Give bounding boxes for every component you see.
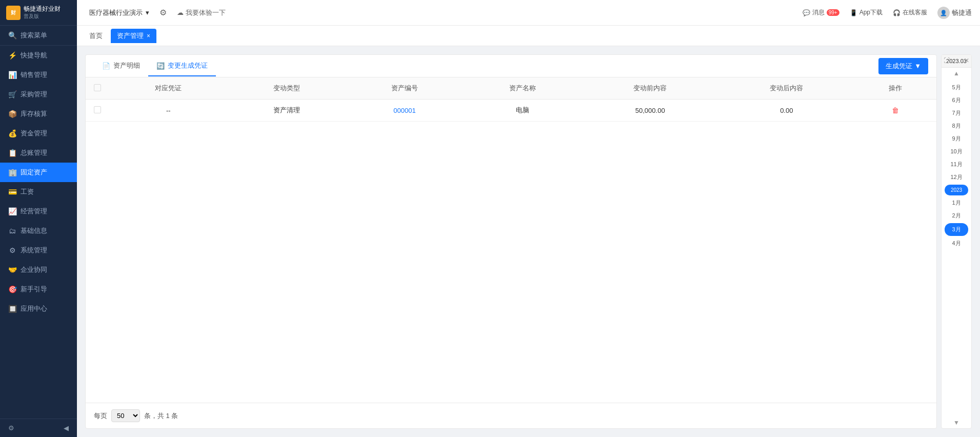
sidebar-bottom: ⚙ ◀ [0,419,77,437]
timeline-close-btn[interactable]: ✕ [964,57,969,64]
tab-close-btn[interactable]: × [147,32,150,39]
per-page-label: 每页 [94,411,107,421]
tab-bar: 首页 资产管理 × [77,26,980,46]
sub-tab-label: 变更生成凭证 [168,61,208,70]
timeline-item-2m[interactable]: 2月 [942,209,971,222]
timeline-item-9m[interactable]: 9月 [942,132,971,145]
sidebar-item-corp[interactable]: 🤝 企业协同 [0,260,77,280]
sidebar-item-finance[interactable]: 💰 资金管理 [0,124,77,143]
generate-voucher-button[interactable]: 生成凭证 ▼ [878,58,928,74]
sidebar-item-guide[interactable]: 🎯 新手引导 [0,280,77,299]
timeline-item-11m[interactable]: 11月 [942,158,971,171]
sidebar: 财 畅捷通好业财 普及版 🔍 搜索菜单 ⚡ 快捷导航 📊 销售管理 🛒 采购管理… [0,0,77,437]
tab-active-label: 资产管理 [117,31,144,41]
sidebar-item-search[interactable]: 🔍 搜索菜单 [0,26,77,46]
sidebar-item-label: 销售管理 [21,70,47,80]
inventory-icon: 📦 [8,110,16,118]
sidebar-item-label: 工资 [21,187,34,196]
timeline-down-btn[interactable]: ▼ [942,417,971,428]
row-before: 50,000.00 [582,100,718,122]
timeline-panel: 2023.03 ✕ ⛶ ▲ 5月 6月 7月 8月 9月 10月 11月 12月… [941,54,972,429]
timeline-up-btn[interactable]: ▲ [942,68,971,79]
tab-home[interactable]: 首页 [85,29,107,43]
sidebar-item-appstore[interactable]: 🔲 应用中心 [0,299,77,319]
sidebar-item-label: 系统管理 [21,246,47,255]
message-badge: 99+ [827,9,839,16]
finance-icon: 💰 [8,129,16,137]
sidebar-item-system[interactable]: ⚙ 系统管理 [0,241,77,260]
user-btn[interactable]: 👤 畅捷通 [937,7,972,19]
sub-tabs: 📄 资产明细 🔄 变更生成凭证 生成凭证 ▼ [86,55,936,77]
sidebar-item-ops[interactable]: 📈 经营管理 [0,202,77,221]
per-page-select[interactable]: 10 20 50 100 [111,409,140,422]
col-asset-name: 资产名称 [464,77,582,100]
col-after: 变动后内容 [718,77,855,100]
timeline-item-1m[interactable]: 1月 [942,196,971,209]
dropdown-icon: ▾ [146,9,149,16]
app-edition: 普及版 [24,13,61,20]
experience-btn[interactable]: ☁ 我要体验一下 [177,8,226,17]
header-right: 💬 消息 99+ 📱 App下载 🎧 在线客服 👤 畅捷通 [803,7,972,19]
company-name: 医疗器械行业演示 [89,8,143,17]
app-download-btn[interactable]: 📱 App下载 [850,8,883,17]
row-voucher: -- [109,100,227,122]
sidebar-item-quicknav[interactable]: ⚡ 快捷导航 [0,46,77,65]
col-checkbox [86,77,109,100]
col-change-type: 变动类型 [227,77,345,100]
generate-dropdown-icon: ▼ [914,62,921,70]
row-checkbox[interactable] [94,106,101,113]
sidebar-item-purchase[interactable]: 🛒 采购管理 [0,85,77,104]
sub-tab-voucher-gen[interactable]: 🔄 变更生成凭证 [148,56,216,76]
sidebar-item-label: 应用中心 [21,304,47,313]
sidebar-item-label: 资金管理 [21,129,47,138]
logo-text-block: 畅捷通好业财 普及版 [24,5,61,21]
sidebar-logo: 财 畅捷通好业财 普及版 [0,0,77,26]
company-selector[interactable]: 医疗器械行业演示 ▾ [85,6,153,19]
generate-label: 生成凭证 [886,62,912,71]
sidebar-item-label: 总账管理 [21,148,47,157]
timeline-expand-btn[interactable]: ⛶ [944,57,950,64]
collapse-icon[interactable]: ◀ [64,424,69,432]
top-header: 医疗器械行业演示 ▾ ⚙ ☁ 我要体验一下 💬 消息 99+ 📱 App下载 🎧… [77,0,980,26]
row-asset-no: 000001 [346,100,464,122]
timeline-item-6m[interactable]: 6月 [942,94,971,107]
settings-icon[interactable]: ⚙ [8,424,14,432]
online-service-btn[interactable]: 🎧 在线客服 [893,8,927,17]
asset-table: 对应凭证 变动类型 资产编号 资产名称 变动前内容 变动后内容 操作 [86,77,936,122]
tab-asset-management[interactable]: 资产管理 × [111,29,156,43]
sidebar-item-fixed-assets[interactable]: 🏢 固定资产 [0,163,77,182]
corp-icon: 🤝 [8,266,16,274]
timeline-item-10m[interactable]: 10月 [942,145,971,158]
header-checkbox[interactable] [94,84,101,91]
total-label: 条，共 1 条 [144,411,178,421]
sidebar-item-ledger[interactable]: 📋 总账管理 [0,143,77,163]
sidebar-item-label: 企业协同 [21,265,47,274]
sub-tab-asset-list[interactable]: 📄 资产明细 [94,56,148,76]
table-header-row: 对应凭证 变动类型 资产编号 资产名称 变动前内容 变动后内容 操作 [86,77,936,100]
sidebar-item-salary[interactable]: 💳 工资 [0,182,77,202]
timeline-item-4m[interactable]: 4月 [942,237,971,250]
delete-row-button[interactable]: 🗑 [892,106,899,114]
timeline-item-7m[interactable]: 7月 [942,107,971,120]
settings-gear-icon[interactable]: ⚙ [159,8,167,17]
sidebar-item-inventory[interactable]: 📦 库存核算 [0,104,77,124]
table-container: 对应凭证 变动类型 资产编号 资产名称 变动前内容 变动后内容 操作 [86,77,936,403]
timeline-item-12m[interactable]: 12月 [942,171,971,184]
sidebar-item-sales[interactable]: 📊 销售管理 [0,65,77,85]
col-voucher: 对应凭证 [109,77,227,100]
timeline-item-8m[interactable]: 8月 [942,120,971,132]
sidebar-item-label: 新手引导 [21,285,47,294]
sidebar-item-basic[interactable]: 🗂 基础信息 [0,221,77,241]
asset-list-icon: 📄 [102,62,110,70]
salary-icon: 💳 [8,188,16,196]
user-avatar-icon: 👤 [937,7,950,19]
main-area: 医疗器械行业演示 ▾ ⚙ ☁ 我要体验一下 💬 消息 99+ 📱 App下载 🎧… [77,0,980,437]
service-icon: 🎧 [893,9,901,16]
logo-icon: 财 [6,6,21,20]
sidebar-item-label: 采购管理 [21,90,47,99]
sidebar-item-label: 固定资产 [21,168,47,177]
basic-icon: 🗂 [8,227,16,235]
message-btn[interactable]: 💬 消息 99+ [803,8,839,17]
timeline-item-5m[interactable]: 5月 [942,81,971,94]
timeline-item-3m[interactable]: 3月 [945,223,968,236]
